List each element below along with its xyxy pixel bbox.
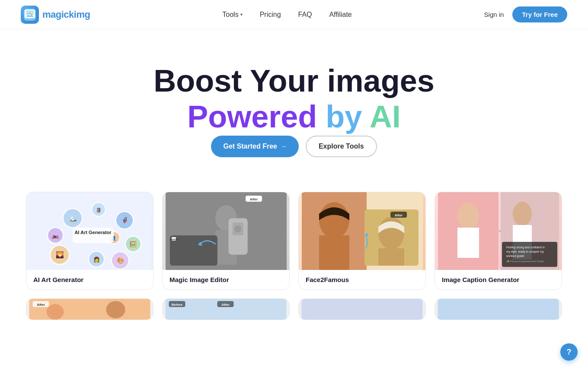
tool-card-magic-editor[interactable]: Before After Magic Image Editor xyxy=(162,192,290,290)
logo-text: magickimg xyxy=(42,9,90,20)
svg-text:After: After xyxy=(394,213,403,217)
hero-title-line2: Powered by AI xyxy=(9,98,579,135)
nav-tools[interactable]: Tools ▾ xyxy=(222,11,242,19)
tool-card-bottom-image-4 xyxy=(435,299,562,320)
svg-rect-1 xyxy=(26,12,34,18)
svg-text:🌄: 🌄 xyxy=(55,251,64,259)
hero-section: Boost Your images Powered by AI Get Star… xyxy=(0,29,588,183)
sign-in-button[interactable]: Sign in xyxy=(484,11,504,18)
svg-text:🦸: 🦸 xyxy=(121,217,128,224)
get-started-button[interactable]: Get Started Free → xyxy=(211,136,298,157)
tool-card-bottom-image-3 xyxy=(299,299,425,320)
tools-grid-bottom: After Before After xyxy=(26,298,562,320)
hero-ai: AI xyxy=(370,99,401,134)
tools-section: 🏔️ 🗿 🦸 🏍️ 👤 🖼️ 🌄 👩 🎨 xyxy=(0,183,588,337)
svg-text:👩: 👩 xyxy=(93,256,99,263)
try-free-button[interactable]: Try for Free xyxy=(512,6,567,22)
explore-tools-button[interactable]: Explore Tools xyxy=(306,136,377,157)
svg-text:Before: Before xyxy=(172,303,183,307)
tool-card-ai-art[interactable]: 🏔️ 🗿 🦸 🏍️ 👤 🖼️ 🌄 👩 🎨 xyxy=(26,192,153,290)
svg-text:workout goals!: workout goals! xyxy=(506,254,524,258)
tool-card-bottom-image-2: Before After xyxy=(163,299,289,320)
hero-title-line1: Boost Your images xyxy=(9,64,579,98)
tool-card-caption[interactable]: Feeling strong and confident in my style… xyxy=(435,192,562,290)
tool-label-ai-art: AI Art Generator xyxy=(26,270,153,289)
tool-card-face2famous-image: Before After xyxy=(299,192,425,270)
navbar: magickimg Tools ▾ Pricing FAQ Affiliate … xyxy=(0,0,588,29)
svg-text:🏔️: 🏔️ xyxy=(68,214,77,222)
svg-rect-45 xyxy=(378,248,404,266)
svg-text:🏍️: 🏍️ xyxy=(52,232,59,239)
svg-text:Before: Before xyxy=(170,238,179,241)
tool-card-bottom-3[interactable] xyxy=(298,298,426,320)
svg-rect-71 xyxy=(302,299,423,320)
hero-powered: Powered xyxy=(187,99,317,134)
tool-card-ai-art-image: 🏔️ 🗿 🦸 🏍️ 👤 🖼️ 🌄 👩 🎨 xyxy=(26,192,153,270)
svg-text:my style, ready to conquer my: my style, ready to conquer my xyxy=(506,250,544,254)
svg-text:AI Art Generator: AI Art Generator xyxy=(74,230,112,235)
svg-rect-72 xyxy=(438,299,559,320)
svg-text:✨ Fitness Empowerment Studio: ✨ Fitness Empowerment Studio xyxy=(506,260,544,263)
tools-grid: 🏔️ 🗿 🦸 🏍️ 👤 🖼️ 🌄 👩 🎨 xyxy=(26,192,562,290)
nav-affiliate[interactable]: Affiliate xyxy=(329,11,352,19)
svg-text:🗿: 🗿 xyxy=(96,207,102,213)
tool-card-bottom-4[interactable] xyxy=(435,298,562,320)
tool-label-face2famous: Face2Famous xyxy=(299,270,425,289)
svg-text:Feeling strong and confident i: Feeling strong and confident in xyxy=(506,246,545,249)
nav-pricing[interactable]: Pricing xyxy=(260,11,281,19)
hero-buttons: Get Started Free → Explore Tools xyxy=(9,136,579,157)
svg-text:🖼️: 🖼️ xyxy=(130,241,137,248)
svg-rect-51 xyxy=(457,228,479,258)
tool-card-face2famous[interactable]: Before After xyxy=(298,192,426,290)
svg-text:After: After xyxy=(221,303,230,307)
svg-text:After: After xyxy=(37,303,45,307)
nav-faq[interactable]: FAQ xyxy=(298,11,312,19)
nav-actions: Sign in Try for Free xyxy=(484,6,567,22)
nav-links: Tools ▾ Pricing FAQ Affiliate xyxy=(222,11,352,19)
svg-text:After: After xyxy=(249,197,258,201)
chevron-down-icon: ▾ xyxy=(240,12,243,17)
tool-card-bottom-1[interactable]: After xyxy=(26,298,153,320)
svg-point-54 xyxy=(513,202,532,226)
logo[interactable]: magickimg xyxy=(21,6,90,24)
tool-card-magic-editor-image: Before After xyxy=(163,192,289,270)
tool-card-bottom-2[interactable]: Before After xyxy=(162,298,290,320)
svg-point-65 xyxy=(106,301,125,318)
hero-by: by xyxy=(326,99,362,134)
svg-text:🎨: 🎨 xyxy=(116,257,124,264)
tool-label-caption: Image Caption Generator xyxy=(435,270,562,289)
svg-rect-42 xyxy=(319,235,349,270)
svg-rect-0 xyxy=(24,9,36,21)
svg-point-36 xyxy=(234,225,241,232)
svg-point-2 xyxy=(31,13,33,14)
tool-label-magic-editor: Magic Image Editor xyxy=(163,270,289,289)
arrow-right-icon: → xyxy=(281,143,287,150)
logo-icon xyxy=(21,6,39,24)
svg-point-50 xyxy=(457,203,479,229)
tool-card-bottom-image-1: After xyxy=(26,299,153,320)
tool-card-caption-image: Feeling strong and confident in my style… xyxy=(435,192,562,270)
svg-point-64 xyxy=(47,304,64,320)
